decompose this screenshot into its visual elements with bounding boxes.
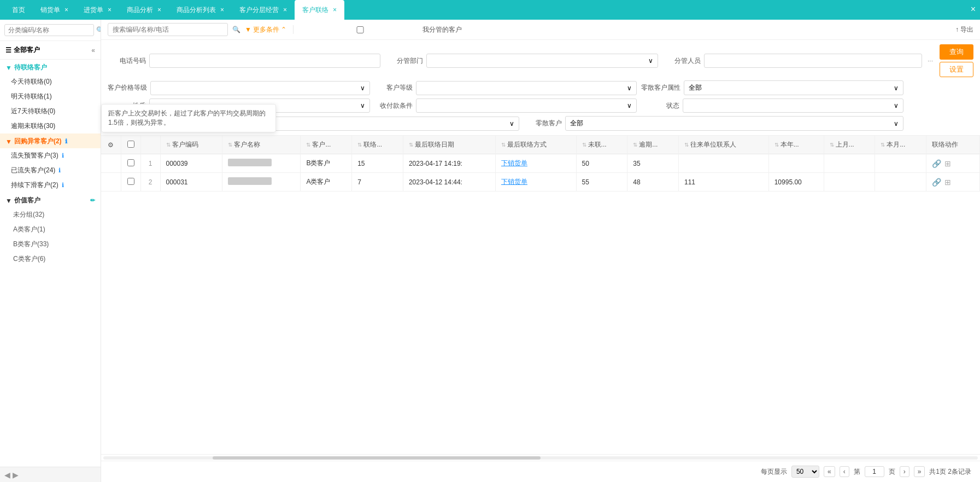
page-size-select[interactable]: 50 10 20 100 [791,466,819,478]
current-page-input[interactable] [865,466,884,477]
my-customer-check[interactable] [300,26,420,33]
phone-input[interactable] [149,54,380,68]
nav-product-analysis-list[interactable]: 商品分析列表 × [169,0,232,20]
row1-last-contact-method[interactable]: 下销货单 [495,154,576,173]
th-category[interactable]: 客户... [301,136,352,154]
first-page-btn[interactable]: « [824,466,835,477]
export-btn[interactable]: ↑ 导出 [955,25,973,34]
search-input[interactable] [108,23,228,36]
nav-home[interactable]: 首页 [4,0,33,20]
sidebar-item-classA[interactable]: A类客户(1) [0,222,101,237]
close-customer-tier[interactable]: × [283,0,287,20]
next-page-btn[interactable]: › [900,466,909,477]
th-related-person[interactable]: 往来单位联系人 [679,136,769,154]
sidebar-item-declining[interactable]: 持续下滑客户(2) ℹ [0,178,101,193]
set-btn[interactable]: 设置 [940,62,973,77]
th-action: 联络动作 [926,136,980,154]
th-last-contact-date[interactable]: 最后联络日期 [403,136,495,154]
select-all-checkbox[interactable] [127,141,134,148]
row1-grid-icon[interactable]: ⊞ [944,159,951,168]
info-icon-lostwarning[interactable]: ℹ [62,152,64,159]
status-chevron: ∨ [894,102,899,109]
close-sales-order[interactable]: × [64,0,68,20]
sidebar-item-classC[interactable]: C类客户(6) [0,252,101,266]
info-icon-repurchase[interactable]: ℹ [65,138,67,145]
row1-contact-link[interactable]: 下销货单 [501,159,527,167]
close-customer-contact[interactable]: × [333,0,337,20]
th-code[interactable]: 客户编码 [160,136,222,154]
th-last-month[interactable]: 上月... [824,136,875,154]
sidebar-section-repurchase[interactable]: ▼ 回购异常客户(2) ℹ [0,133,101,148]
payment-select[interactable]: ∨ [416,98,637,113]
sidebar-item-overdue[interactable]: 逾期未联络(30) [0,119,101,133]
row1-last-month [824,154,875,173]
sidebar-collapse-btn[interactable]: « [91,47,95,54]
info-icon-lost[interactable]: ℹ [58,167,61,174]
sidebar-item-ungroup[interactable]: 未分组(32) [0,207,101,222]
scroll-thumb[interactable] [213,456,541,460]
row1-checkbox[interactable] [127,159,134,166]
sidebar-item-7days[interactable]: 近7天待联络(0) [0,104,101,119]
more-conditions-btn[interactable]: ▼ 更多条件 ⌃ [245,25,286,34]
row1-code: 000039 [160,154,222,173]
nav-customer-contact[interactable]: 客户联络 × [295,0,344,20]
window-close-btn[interactable]: × [971,4,976,14]
row1-link-icon[interactable]: 🔗 [932,159,941,168]
sidebar-item-today[interactable]: 今天待联络(0) [0,74,101,89]
row2-last-contact-method[interactable]: 下销货单 [495,173,576,191]
sidebar-section-waiting[interactable]: ▼ 待联络客户 [0,60,101,74]
sidebar-item-lostwarning[interactable]: 流失预警客户(3) ℹ [0,148,101,163]
th-last-contact-method[interactable]: 最后联络方式 [495,136,576,154]
customer-level-select[interactable]: ∨ [416,81,637,95]
sidebar-item-tomorrow[interactable]: 明天待联络(1) [0,89,101,104]
row2-check[interactable] [121,173,140,191]
row2-overdue: 48 [627,173,679,191]
th-this-year[interactable]: 本年... [768,136,824,154]
sidebar-prev-arrow[interactable]: ◀ [4,471,10,479]
row2-contact-link[interactable]: 下销货单 [501,178,527,185]
row2-grid-icon[interactable]: ⊞ [944,178,951,187]
horizontal-scrollbar[interactable] [101,454,980,461]
th-overdue[interactable]: 逾期... [627,136,679,154]
my-customer-checkbox[interactable]: 我分管的客户 [300,25,462,34]
close-product-analysis[interactable]: × [157,0,161,20]
row1-check[interactable] [121,154,140,173]
status-select[interactable]: ∨ [683,98,903,113]
dept-select[interactable]: ∨ [426,54,658,68]
sidebar-item-lost[interactable]: 已流失客户(24) ℹ [0,163,101,178]
th-gear[interactable]: ⚙ [101,136,121,154]
row1-overdue: 35 [627,154,679,173]
retail-customer-chevron: ∨ [894,120,899,127]
th-this-month[interactable]: 本月... [875,136,926,154]
row2-link-icon[interactable]: 🔗 [932,178,941,187]
th-name[interactable]: 客户名称 [222,136,301,154]
sidebar-item-ungroup-label: 未分组(32) [13,211,44,218]
nav-product-analysis[interactable]: 商品分析 × [119,0,169,20]
row2-checkbox[interactable] [127,178,134,185]
th-contact[interactable]: 联络... [352,136,403,154]
th-uncontacted[interactable]: 未联... [576,136,627,154]
sidebar-search-icon[interactable]: 🔍 [96,26,101,34]
manager-select[interactable] [704,54,922,68]
last-page-btn[interactable]: » [914,466,925,477]
nav-purchase-order[interactable]: 进货单 × [76,0,119,20]
edit-icon-value[interactable]: ✏ [90,197,95,204]
sidebar-section-value[interactable]: ▼ 价值客户 ✏ [0,193,101,207]
nav-customer-tier[interactable]: 客户分层经营 × [232,0,295,20]
search-icon[interactable]: 🔍 [232,26,240,33]
query-btn[interactable]: 查询 [940,44,973,60]
sidebar-search-input[interactable] [4,24,94,36]
sidebar-item-classB[interactable]: B类客户(33) [0,237,101,252]
price-level-select[interactable]: ∨ [150,81,370,95]
retail-attr-select[interactable]: 全部 ∨ [684,80,903,95]
arrow-icon-repurchase: ▼ [5,138,12,146]
prev-page-btn[interactable]: ‹ [840,466,849,477]
retail-customer-select[interactable]: 全部 ∨ [565,116,903,131]
nav-sales-order[interactable]: 销货单 × [33,0,76,20]
close-product-list[interactable]: × [220,0,224,20]
manager-dots[interactable]: ··· [925,57,935,65]
sidebar-next-arrow[interactable]: ▶ [13,471,19,479]
close-purchase-order[interactable]: × [108,0,112,20]
info-icon-declining[interactable]: ℹ [62,182,64,189]
row2-action: 🔗 ⊞ [926,173,980,191]
